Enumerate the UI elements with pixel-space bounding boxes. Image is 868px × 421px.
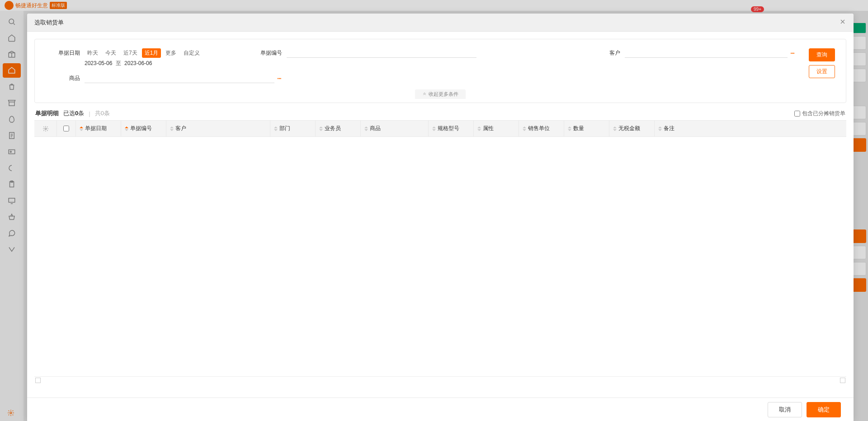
select-sales-bill-modal: 选取销货单 单据日期 昨天 今天 近7天 近1月 更多 <box>27 14 854 421</box>
date-separator: 至 <box>116 60 121 66</box>
col-date[interactable]: 单据日期 <box>76 121 121 136</box>
svg-point-9 <box>45 128 47 130</box>
preset-last1m[interactable]: 近1月 <box>142 48 161 58</box>
column-settings-button[interactable] <box>34 121 57 136</box>
selected-count: 已选0条 <box>63 109 84 117</box>
collapse-filters-button[interactable]: 收起更多条件 <box>415 89 466 99</box>
preset-today[interactable]: 今天 <box>103 48 119 58</box>
preset-more[interactable]: 更多 <box>163 48 179 58</box>
total-count: 共0条 <box>95 109 110 117</box>
filter-panel: 单据日期 昨天 今天 近7天 近1月 更多 自定义 2023-05-06 至 <box>34 39 846 103</box>
select-all-checkbox[interactable] <box>63 126 69 131</box>
product-label: 商品 <box>46 75 80 82</box>
cancel-button[interactable]: 取消 <box>768 402 802 417</box>
include-allocated-checkbox[interactable]: 包含已分摊销货单 <box>794 110 845 117</box>
include-allocated-input[interactable] <box>794 111 800 117</box>
modal-title: 选取销货单 <box>34 19 64 27</box>
settings-button[interactable]: 设置 <box>809 65 835 78</box>
col-product[interactable]: 商品 <box>361 121 429 136</box>
customer-filter-group: 客户 ··· <box>586 48 794 58</box>
modal-header: 选取销货单 <box>27 14 854 32</box>
detail-header: 单据明细 已选0条 | 共0条 包含已分摊销货单 <box>34 103 846 120</box>
col-attr[interactable]: 属性 <box>474 121 519 136</box>
date-to[interactable]: 2023-06-06 <box>124 60 152 66</box>
horizontal-scrollbar[interactable] <box>34 376 846 384</box>
col-spec[interactable]: 规格型号 <box>429 121 474 136</box>
product-input[interactable] <box>85 74 274 83</box>
include-allocated-label: 包含已分摊销货单 <box>802 110 845 117</box>
table-body-empty <box>34 137 846 376</box>
modal-footer: 取消 确定 <box>27 398 854 421</box>
customer-label: 客户 <box>586 49 620 57</box>
col-unit[interactable]: 销售单位 <box>519 121 564 136</box>
date-from[interactable]: 2023-05-06 <box>85 60 112 66</box>
collapse-label: 收起更多条件 <box>429 91 458 98</box>
preset-custom[interactable]: 自定义 <box>181 48 203 58</box>
preset-last7[interactable]: 近7天 <box>121 48 140 58</box>
gear-icon <box>42 126 49 132</box>
modal-close-button[interactable] <box>839 18 846 27</box>
code-filter-group: 单据编号 <box>248 48 476 58</box>
date-filter-group: 单据日期 昨天 今天 近7天 近1月 更多 自定义 2023-05-06 至 <box>46 48 203 67</box>
modal-body: 单据日期 昨天 今天 近7天 近1月 更多 自定义 2023-05-06 至 <box>27 32 854 398</box>
search-button[interactable]: 查询 <box>809 48 835 61</box>
scroll-left-icon[interactable] <box>35 378 41 383</box>
date-label: 单据日期 <box>46 49 80 57</box>
detail-table: 单据日期 单据编号 客户 部门 业务员 商品 规格型号 属性 销售单位 数量 无… <box>34 120 846 390</box>
customer-picker-button[interactable]: ··· <box>790 50 794 57</box>
filter-actions: 查询 设置 <box>809 48 835 78</box>
date-presets: 昨天 今天 近7天 近1月 更多 自定义 <box>85 48 203 58</box>
col-dept[interactable]: 部门 <box>270 121 316 136</box>
detail-title: 单据明细 <box>35 109 59 117</box>
divider: | <box>89 110 90 117</box>
preset-yesterday[interactable]: 昨天 <box>85 48 101 58</box>
col-qty[interactable]: 数量 <box>564 121 609 136</box>
confirm-button[interactable]: 确定 <box>807 402 841 417</box>
select-all-header[interactable] <box>57 121 76 136</box>
customer-input[interactable] <box>625 48 788 58</box>
col-customer[interactable]: 客户 <box>166 121 270 136</box>
close-icon <box>839 18 846 25</box>
date-range-display: 2023-05-06 至 2023-06-06 <box>85 60 203 67</box>
product-picker-button[interactable]: ··· <box>277 75 281 82</box>
scroll-right-icon[interactable] <box>840 378 845 383</box>
code-label: 单据编号 <box>248 49 282 57</box>
col-amount[interactable]: 无税金额 <box>609 121 655 136</box>
col-sales[interactable]: 业务员 <box>316 121 361 136</box>
table-header-row: 单据日期 单据编号 客户 部门 业务员 商品 规格型号 属性 销售单位 数量 无… <box>34 121 846 137</box>
code-input[interactable] <box>287 48 476 58</box>
col-note[interactable]: 备注 <box>655 121 846 136</box>
chevron-up-icon <box>422 92 427 97</box>
product-filter-group: 商品 ··· <box>46 74 281 83</box>
col-code[interactable]: 单据编号 <box>121 121 166 136</box>
